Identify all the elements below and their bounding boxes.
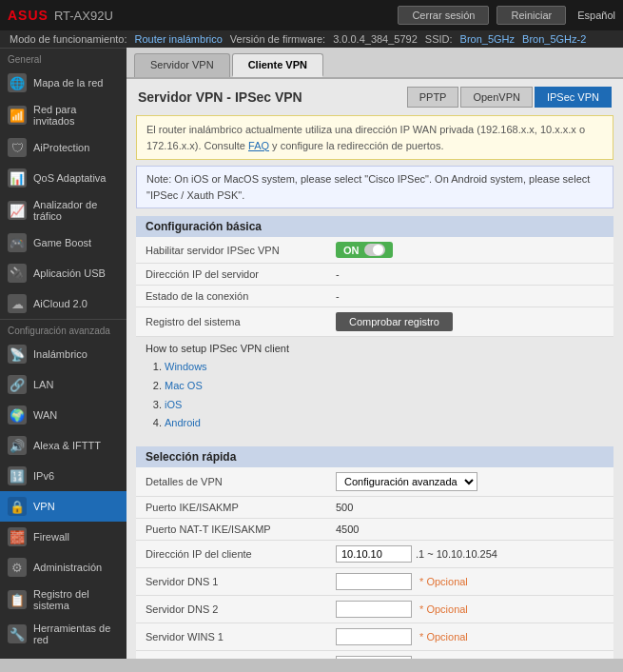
enable-ipsec-label: Habilitar servidor IPSec VPN (136, 237, 326, 264)
info-box: El router inalámbrico actualmente utiliz… (136, 115, 613, 160)
vpn-icon: 🔒 (8, 497, 27, 516)
tab-vpn-client[interactable]: Cliente VPN (232, 53, 323, 77)
list-item: Mac OS (165, 377, 604, 396)
sidebar-label-invitados: Red para invitados (33, 104, 119, 127)
client-ip-range: .1 ~ 10.10.10.254 (336, 545, 604, 563)
dns2-input[interactable] (336, 601, 412, 618)
macos-link[interactable]: Mac OS (165, 380, 203, 391)
sidebar-item-registro[interactable]: 📋 Registro del sistema (0, 583, 127, 617)
pptp-button[interactable]: PPTP (407, 87, 459, 108)
content-area: Servidor VPN Cliente VPN Servidor VPN - … (127, 48, 623, 659)
sidebar-item-inalambrico[interactable]: 📡 Inalámbrico (0, 339, 127, 369)
dns1-optional: * Opcional (419, 576, 468, 587)
check-log-button[interactable]: Comprobar registro (336, 312, 453, 331)
sidebar-item-red-invitados[interactable]: 📶 Red para invitados (0, 98, 127, 132)
faq-link[interactable]: FAQ (248, 140, 269, 151)
table-row: Servidor WINS 1 * Opcional (136, 623, 613, 651)
connection-status-label: Estado de la conexión (136, 286, 326, 307)
dns1-input[interactable] (336, 573, 412, 590)
table-row: Dirección IP del servidor - (136, 264, 613, 286)
table-row: Servidor WINS 2 * Opcional (136, 651, 613, 659)
mode-link[interactable]: Router inalámbrico (135, 33, 223, 45)
sidebar-item-aicloud[interactable]: ☁ AiCloud 2.0 (0, 288, 127, 319)
ipsec-toggle[interactable]: ON (336, 242, 393, 258)
toggle-on-label: ON (343, 245, 360, 256)
tab-vpn-server[interactable]: Servidor VPN (134, 53, 230, 77)
openvpn-button[interactable]: OpenVPN (460, 87, 533, 108)
shield-icon: 🛡 (8, 138, 27, 157)
windows-link[interactable]: Windows (165, 361, 207, 372)
enable-ipsec-toggle-cell: ON (326, 237, 613, 264)
sidebar-item-mapa-red[interactable]: 🌐 Mapa de la red (0, 68, 127, 98)
traffic-icon: 📈 (8, 201, 27, 220)
info-text2: y configure la redirección de puertos. (272, 140, 443, 151)
table-row: Puerto NAT-T IKE/ISAKMP 4500 (136, 519, 613, 541)
wins1-label: Servidor WINS 1 (136, 623, 326, 651)
sidebar-item-qos[interactable]: 📊 QoS Adaptativa (0, 163, 127, 193)
language-selector[interactable]: Español (577, 10, 615, 21)
vpn-type-buttons: PPTP OpenVPN IPSec VPN (407, 87, 612, 108)
dns2-optional: * Opcional (419, 603, 468, 615)
firmware-label: Versión de firmware: (230, 33, 325, 45)
tab-navigation: Servidor VPN Cliente VPN (127, 48, 623, 79)
sidebar-item-alexa[interactable]: 🔊 Alexa & IFTTT (0, 430, 127, 461)
game-icon: 🎮 (8, 233, 27, 252)
table-row: Servidor DNS 1 * Opcional (136, 568, 613, 596)
sidebar: General 🌐 Mapa de la red 📶 Red para invi… (0, 48, 127, 659)
sidebar-label-mapa: Mapa de la red (33, 77, 103, 89)
sidebar-item-game-boost[interactable]: 🎮 Game Boost (0, 227, 127, 258)
table-row: Servidor DNS 2 * Opcional (136, 596, 613, 623)
connection-status-value: - (326, 286, 613, 307)
sidebar-label-firewall: Firewall (33, 531, 69, 543)
cloud-icon: ☁ (8, 294, 27, 313)
vpn-details-label: Detalles de VPN (136, 467, 326, 497)
ipsec-button[interactable]: IPSec VPN (535, 87, 612, 108)
system-log-cell: Comprobar registro (326, 307, 613, 337)
firmware-value: 3.0.0.4_384_5792 (333, 33, 418, 45)
quick-select-table: Detalles de VPN Configuración avanzada P… (136, 467, 613, 659)
sidebar-label-qos: QoS Adaptativa (33, 172, 106, 184)
qos-icon: 📊 (8, 168, 27, 188)
wins2-label: Servidor WINS 2 (136, 651, 326, 659)
sidebar-label-vpn: VPN (33, 501, 55, 512)
sidebar-item-ipv6[interactable]: 🔢 IPv6 (0, 461, 127, 491)
table-row: Detalles de VPN Configuración avanzada (136, 467, 613, 497)
server-ip-label: Dirección IP del servidor (136, 264, 326, 286)
page-title: Servidor VPN - IPSec VPN (138, 89, 302, 105)
table-row: Habilitar servidor IPSec VPN ON (136, 237, 613, 264)
sidebar-label-lan: LAN (33, 379, 53, 390)
sidebar-item-usb[interactable]: 🔌 Aplicación USB (0, 258, 127, 288)
ssid-5g-link[interactable]: Bron_5GHz-2 (522, 33, 586, 45)
ios-link[interactable]: iOS (165, 399, 182, 410)
logout-button[interactable]: Cerrar sesión (398, 6, 489, 25)
sidebar-label-usb: Aplicación USB (33, 267, 106, 279)
client-ip-input[interactable] (336, 545, 412, 563)
sidebar-item-analizador[interactable]: 📈 Analizador de tráfico (0, 193, 127, 227)
ssid-label: SSID: (425, 33, 453, 45)
sidebar-item-firewall[interactable]: 🧱 Firewall (0, 522, 127, 552)
sidebar-item-herramientas[interactable]: 🔧 Herramientas de red (0, 617, 127, 651)
vpn-details-cell: Configuración avanzada (326, 467, 613, 497)
wins1-input[interactable] (336, 628, 412, 645)
android-link[interactable]: Android (165, 417, 201, 428)
ssid-2g-link[interactable]: Bron_5GHz (460, 33, 515, 45)
wins2-input[interactable] (336, 656, 412, 659)
note-box: Note: On iOS or MacOS system, please sel… (136, 166, 613, 208)
client-ip-range-text: .1 ~ 10.10.10.254 (416, 548, 497, 560)
sidebar-item-vpn[interactable]: 🔒 VPN (0, 491, 127, 522)
sidebar-item-lan[interactable]: 🔗 LAN (0, 369, 127, 400)
wins2-cell: * Opcional (326, 651, 613, 659)
mode-label: Modo de funcionamiento: (10, 33, 127, 45)
wireless-icon: 📡 (8, 345, 27, 364)
setup-guide: How to setup IPSec VPN client Windows Ma… (127, 337, 623, 441)
client-ip-cell: .1 ~ 10.10.10.254 (326, 541, 613, 568)
wan-icon: 🌍 (8, 405, 27, 425)
sidebar-item-wan[interactable]: 🌍 WAN (0, 400, 127, 430)
vpn-details-select[interactable]: Configuración avanzada (336, 472, 477, 491)
sidebar-label-ipv6: IPv6 (33, 470, 54, 482)
sidebar-label-administracion: Administración (33, 562, 102, 573)
map-icon: 🌐 (8, 73, 27, 92)
sidebar-item-administracion[interactable]: ⚙ Administración (0, 552, 127, 583)
sidebar-item-aiprotection[interactable]: 🛡 AiProtection (0, 132, 127, 163)
restart-button[interactable]: Reiniciar (496, 6, 566, 25)
